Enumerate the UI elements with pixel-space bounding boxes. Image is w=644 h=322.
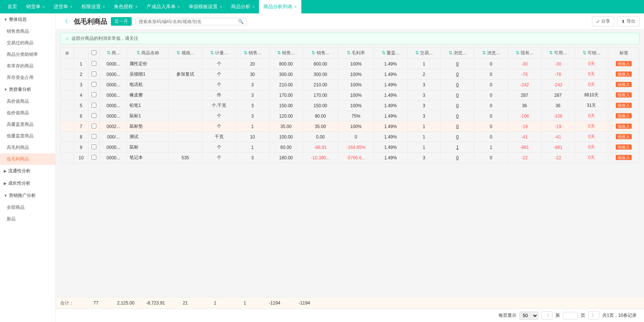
row-checkbox-cell[interactable] xyxy=(89,69,100,80)
sales-amount-column-header[interactable]: ⇅ 销售... xyxy=(269,48,303,59)
row-checkbox[interactable] xyxy=(92,61,96,66)
code-column-header[interactable]: ⇅ 商... xyxy=(100,48,127,59)
select-all-checkbox[interactable] xyxy=(92,50,96,55)
unit-column-header[interactable]: ⇅ 计量... xyxy=(202,48,236,59)
next-page-button[interactable]: 〉 xyxy=(588,311,599,320)
sidebar-item-high-coverage[interactable]: 高覆盖度商品 xyxy=(0,119,55,130)
sidebar-item-category-rate[interactable]: 商品分类助销率 xyxy=(0,49,55,60)
page-number-input[interactable]: 1 xyxy=(563,312,578,319)
row-checkbox[interactable] xyxy=(92,155,96,160)
row-available: -242 xyxy=(541,80,575,90)
nav-close-icon[interactable]: × xyxy=(176,4,180,9)
sidebar-group-marketing[interactable]: ▼ 营销推广分析 xyxy=(0,189,55,202)
row-checkbox-cell[interactable] xyxy=(89,142,100,153)
sales-profit-column-header[interactable]: ⇅ 销售... xyxy=(303,48,338,59)
row-checkbox-cell[interactable] xyxy=(89,132,100,142)
row-view1[interactable]: 0 xyxy=(441,59,474,69)
spec-column-header[interactable]: ⇅ 规格... xyxy=(169,48,202,59)
row-view1[interactable]: 0 xyxy=(441,90,474,101)
coverage-column-header[interactable]: ⇅ 覆盖... xyxy=(374,48,407,59)
sidebar-item-new-products[interactable]: 新品 xyxy=(0,213,55,225)
sidebar-collapse-button[interactable]: 《 xyxy=(60,17,70,26)
row-checkbox[interactable] xyxy=(92,103,96,108)
settings-column-header[interactable]: ⚙ xyxy=(61,48,74,59)
share-button[interactable]: ⤢ 分享 xyxy=(592,16,614,26)
row-checkbox-cell[interactable] xyxy=(89,121,100,132)
row-view1[interactable]: 1 xyxy=(441,142,474,153)
sidebar-item-high-value[interactable]: 高价值商品 xyxy=(0,96,55,107)
export-button[interactable]: ⬆ 导出 xyxy=(617,16,640,26)
sales-qty-column-header[interactable]: ⇅ 销售... xyxy=(236,48,269,59)
nav-close-icon[interactable]: × xyxy=(41,4,45,9)
sidebar-group-liquidity[interactable]: ▶ 流通性分析 xyxy=(0,165,55,177)
current-column-header[interactable]: ⇅ 现有... xyxy=(508,48,541,59)
nav-close-active-icon[interactable]: × xyxy=(293,4,297,9)
nav-role-auth[interactable]: 角色授权 × xyxy=(109,0,142,13)
sidebar-item-high-margin[interactable]: 高毛利商品 xyxy=(0,142,55,153)
nav-close-icon[interactable]: × xyxy=(69,4,72,9)
row-view1[interactable]: 0 xyxy=(441,132,474,142)
prev-page-button[interactable]: 〈 xyxy=(541,311,552,320)
row-checkbox-cell[interactable] xyxy=(89,90,100,101)
row-checkbox-cell[interactable] xyxy=(89,101,100,111)
tag-column-header[interactable]: 标签 xyxy=(608,48,640,59)
nav-sales-order[interactable]: 销货单 × xyxy=(22,0,49,13)
row-checkbox[interactable] xyxy=(92,92,96,97)
row-view1[interactable]: 0 xyxy=(441,101,474,111)
nav-product-analysis[interactable]: 商品分析 × xyxy=(227,0,259,13)
sidebar-item-all-products[interactable]: 全部商品 xyxy=(0,202,55,213)
row-view1[interactable]: 0 xyxy=(441,121,474,132)
row-checkbox-cell[interactable] xyxy=(89,59,100,69)
nav-close-icon[interactable]: × xyxy=(134,4,137,9)
search-input[interactable] xyxy=(139,19,237,24)
view1-column-header[interactable]: ⇅ 浏览... xyxy=(441,48,474,59)
sidebar-item-sales-products[interactable]: 销售类商品 xyxy=(0,26,55,37)
row-sales-profit: 210.00 xyxy=(303,80,338,90)
saleable-column-header[interactable]: ⇅ 可销... xyxy=(575,48,608,59)
sidebar-item-low-margin[interactable]: 低毛利商品 xyxy=(0,153,55,165)
nav-product-analysis-list[interactable]: 商品分析列表 × xyxy=(259,0,301,13)
row-checkbox[interactable] xyxy=(92,71,96,76)
search-icon[interactable]: 🔍 xyxy=(238,19,244,24)
row-checkbox-cell[interactable] xyxy=(89,80,100,90)
row-saleable: 0天 xyxy=(575,142,608,153)
gross-margin-column-header[interactable]: ⇅ 毛利率 xyxy=(338,48,374,59)
row-checkbox[interactable] xyxy=(92,124,96,128)
nav-purchase-order[interactable]: 进货单 × xyxy=(49,0,77,13)
row-checkbox[interactable] xyxy=(92,134,96,139)
sidebar-item-low-coverage[interactable]: 低覆盖度商品 xyxy=(0,130,55,142)
page-size-select[interactable]: 50 10 20 100 xyxy=(519,312,538,320)
row-view1[interactable]: 0 xyxy=(441,69,474,80)
checkbox-column-header[interactable] xyxy=(89,48,100,59)
trade-column-header[interactable]: ⇅ 交易... xyxy=(407,48,441,59)
row-view1[interactable]: 0 xyxy=(441,80,474,90)
sidebar-item-traded-products[interactable]: 交易过的商品 xyxy=(0,37,55,49)
nav-close-icon[interactable]: × xyxy=(218,4,222,9)
sort-icon: ⇅ xyxy=(482,50,486,55)
row-checkbox-cell[interactable] xyxy=(89,153,100,163)
row-checkbox[interactable] xyxy=(92,113,96,118)
row-checkbox[interactable] xyxy=(92,144,96,149)
nav-close-icon[interactable]: × xyxy=(102,4,105,9)
row-checkbox-cell[interactable] xyxy=(89,111,100,121)
sidebar-group-growth[interactable]: ▶ 成长性分析 xyxy=(0,177,55,189)
row-checkbox[interactable] xyxy=(92,82,96,87)
nav-finished-goods[interactable]: 产成品入库单 × xyxy=(142,0,184,13)
sidebar-item-low-value[interactable]: 低价值商品 xyxy=(0,107,55,119)
sidebar-item-in-stock[interactable]: 有库存的商品 xyxy=(0,60,55,72)
nav-template-setting[interactable]: 单据模板设置 × xyxy=(184,0,226,13)
row-sales-profit: -98.91 xyxy=(303,142,338,153)
row-view1[interactable]: 0 xyxy=(441,153,474,163)
sidebar-group-overall[interactable]: ▼ 整体信息 xyxy=(0,13,55,26)
nav-close-icon[interactable]: × xyxy=(251,4,254,9)
row-view1[interactable]: 0 xyxy=(441,111,474,121)
nav-permission[interactable]: 权限设置 × xyxy=(77,0,109,13)
name-column-header[interactable]: ⇅ 商品名称 xyxy=(127,48,169,59)
nav-home[interactable]: 首页 xyxy=(3,0,22,13)
view2-column-header[interactable]: ⇅ 浏览... xyxy=(474,48,508,59)
sidebar-item-inventory-capital[interactable]: 库存资金占用 xyxy=(0,72,55,83)
row-sales-amount: 800.00 xyxy=(269,59,303,69)
date-filter-button[interactable]: 近一月 xyxy=(111,17,132,26)
sidebar-group-cluster[interactable]: ▼ 类群量分析 xyxy=(0,83,55,96)
available-column-header[interactable]: ⇅ 可用... xyxy=(541,48,575,59)
